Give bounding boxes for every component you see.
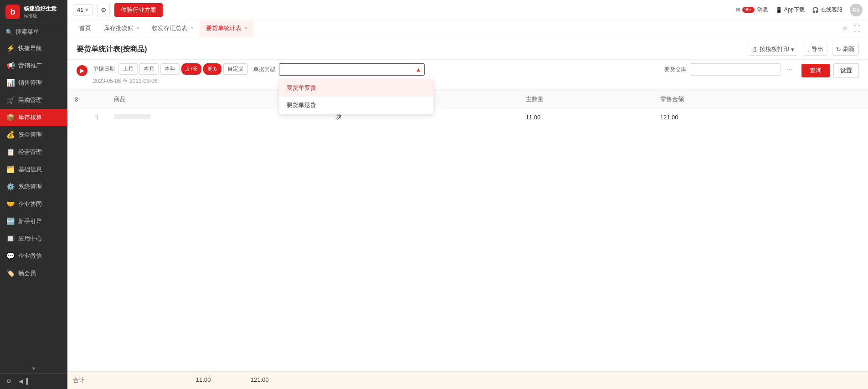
sidebar-item-label: 系统管理 xyxy=(18,183,42,191)
refresh-btn[interactable]: ↻ 刷新 xyxy=(832,43,859,56)
basic-icon: 🗂️ xyxy=(6,165,15,174)
search-label: 搜索菜单 xyxy=(15,28,39,36)
col-extra xyxy=(817,91,868,108)
sidebar-item-label: 快捷导航 xyxy=(18,44,42,52)
settings-bottom-btn[interactable]: ⚙ xyxy=(6,378,11,384)
sidebar-item-purchase[interactable]: 🛒 采购管理 xyxy=(0,92,67,109)
sidebar-item-marketing[interactable]: 📢 营销推广 xyxy=(0,57,67,74)
tab-summary-label: 收发存汇总表 xyxy=(152,24,187,32)
footer-amount: 121.00 xyxy=(251,376,296,384)
page-actions: 🖨 按模板打印 ▾ ↓ 导出 ↻ 刷新 xyxy=(748,43,859,56)
search-btn[interactable]: 查询 xyxy=(801,64,830,77)
chevron-down-icon: ▾ xyxy=(791,46,794,53)
type-select-container: ▲ 要货单要货 要货单退货 xyxy=(279,63,425,76)
tab-summary[interactable]: 收发存汇总表 × xyxy=(145,20,199,37)
print-icon: 🖨 xyxy=(752,46,758,53)
avatar-icon: Rit xyxy=(850,4,863,16)
online-service-action[interactable]: 🎧 在线客服 xyxy=(812,6,842,14)
shortcut-icon: ⚡ xyxy=(6,44,15,52)
message-icon: ✉ xyxy=(736,7,740,13)
dropdown-item-order[interactable]: 要货单要货 xyxy=(279,79,433,97)
tab-batch-label: 库存批次账 xyxy=(104,24,134,32)
operation-icon: 📋 xyxy=(6,148,15,156)
this-month-btn[interactable]: 本月 xyxy=(139,63,159,75)
tab-home[interactable]: 首页 xyxy=(73,20,98,37)
table-container: ⚙ 商品 主计量单位 主数量 零售金额 1 xyxy=(67,91,868,371)
sidebar-search[interactable]: 🔍 搜索菜单 xyxy=(0,24,67,40)
cell-idx: 1 xyxy=(86,108,108,126)
chevron-down-icon: ▾ xyxy=(85,6,88,13)
last-month-btn[interactable]: 上月 xyxy=(118,63,138,75)
tab-requisition[interactable]: 要货单统计表 × xyxy=(200,20,253,37)
table-row: 1 块 11.00 121.00 xyxy=(67,108,868,126)
sidebar-item-sales[interactable]: 📊 销售管理 xyxy=(0,74,67,92)
tab-expand-btn[interactable]: ⛶ xyxy=(852,24,863,34)
date-range-display: 2023-05-06 至 2023-06-06 xyxy=(93,77,248,85)
print-btn[interactable]: 🖨 按模板打印 ▾ xyxy=(748,43,798,56)
gear-button[interactable]: ⚙ xyxy=(97,4,110,16)
sidebar-item-shortcut[interactable]: ⚡ 快捷导航 xyxy=(0,40,67,57)
tab-batch-close[interactable]: × xyxy=(136,26,139,31)
phone-icon: 📱 xyxy=(776,7,782,13)
sidebar-item-label: 销售管理 xyxy=(18,79,42,87)
tab-batch[interactable]: 库存批次账 × xyxy=(98,20,145,37)
footer-spacer xyxy=(296,376,863,384)
collapse-sidebar-btn[interactable]: ◀ ▐ xyxy=(19,378,28,384)
sidebar-item-label: 资金管理 xyxy=(18,131,42,139)
warehouse-input[interactable] xyxy=(690,63,781,76)
type-filter-group: 单据类型 ▲ 要货单要货 要货单退货 xyxy=(253,63,652,76)
this-year-btn[interactable]: 本年 xyxy=(160,63,180,75)
sidebar-item-operation[interactable]: 📋 经营管理 xyxy=(0,143,67,161)
custom-date-btn[interactable]: 自定义 xyxy=(223,63,248,75)
settings-icon: ⚙ xyxy=(74,96,79,103)
print-label: 按模板打印 xyxy=(760,45,789,53)
user-avatar[interactable]: Rit xyxy=(850,4,863,16)
sidebar-item-wechat[interactable]: 💬 企业微信 xyxy=(0,247,67,265)
logo-text: 畅捷通好生意 标准版 xyxy=(24,5,56,19)
col-amount: 零售金额 xyxy=(655,91,817,108)
refresh-icon: ↻ xyxy=(836,46,841,53)
topbar-left: 41 ▾ ⚙ 体验行业方案 xyxy=(73,3,163,17)
sidebar-item-finance[interactable]: 💰 资金管理 xyxy=(0,126,67,143)
sidebar-item-guide[interactable]: 🆕 新手引导 xyxy=(0,213,67,230)
set-btn[interactable]: 设置 xyxy=(833,63,859,78)
sidebar-item-label: 畅会员 xyxy=(18,269,36,277)
last-7days-btn[interactable]: 近7天 xyxy=(181,63,201,75)
trial-btn[interactable]: 体验行业方案 xyxy=(114,3,163,17)
sidebar-item-label: 基础信息 xyxy=(18,165,42,174)
app-download-action[interactable]: 📱 App下载 xyxy=(776,6,805,14)
tab-close-all-btn[interactable]: × xyxy=(841,24,849,34)
page-header: 要货单统计表(按商品) 🖨 按模板打印 ▾ ↓ 导出 ↻ 刷新 xyxy=(67,37,868,59)
date-filter-group: 单据日期 上月 本月 本年 近7天 更多 自定义 2023-05-06 至 20… xyxy=(93,63,248,85)
message-action[interactable]: ✉ 99+ 消息 xyxy=(736,6,768,14)
store-selector[interactable]: 41 ▾ xyxy=(73,4,92,15)
export-btn[interactable]: ↓ 导出 xyxy=(803,43,828,56)
sales-icon: 📊 xyxy=(6,79,15,87)
page-content: 要货单统计表(按商品) 🖨 按模板打印 ▾ ↓ 导出 ↻ 刷新 ▶ xyxy=(67,37,868,389)
sidebar-item-basic[interactable]: 🗂️ 基础信息 xyxy=(0,161,67,178)
sidebar-item-label: 经营管理 xyxy=(18,148,42,156)
type-dropdown: 要货单要货 要货单退货 xyxy=(279,79,434,114)
finance-icon: 💰 xyxy=(6,131,15,139)
sidebar-item-label: 库存核算 xyxy=(18,113,42,122)
topbar-right: ✉ 99+ 消息 📱 App下载 🎧 在线客服 Rit xyxy=(736,4,863,16)
sidebar-item-apps[interactable]: 🔲 应用中心 xyxy=(0,230,67,247)
system-icon: ⚙️ xyxy=(6,183,15,191)
sidebar-item-system[interactable]: ⚙️ 系统管理 xyxy=(0,178,67,195)
brand-name: 畅捷通好生意 xyxy=(24,5,56,13)
filter-expand-btn[interactable]: ▶ xyxy=(77,65,87,76)
dropdown-item-return[interactable]: 要货单退货 xyxy=(279,97,433,114)
more-dates-btn[interactable]: 更多 xyxy=(203,63,221,75)
more-filters-icon[interactable]: ··· xyxy=(786,66,792,74)
tabbar-end: × ⛶ xyxy=(841,24,863,34)
sidebar-logo: b 畅捷通好生意 标准版 xyxy=(0,0,67,24)
sidebar-scroll-down[interactable]: ▼ xyxy=(0,364,67,373)
tab-summary-close[interactable]: × xyxy=(190,26,193,31)
sidebar-item-coop[interactable]: 🤝 企业协同 xyxy=(0,195,67,213)
sidebar-item-inventory[interactable]: 📦 库存核算 xyxy=(0,109,67,126)
sidebar-item-member[interactable]: 🏷️ 畅会员 xyxy=(0,265,67,282)
type-select-input[interactable] xyxy=(279,63,425,76)
col-settings[interactable]: ⚙ xyxy=(67,91,86,108)
data-table: ⚙ 商品 主计量单位 主数量 零售金额 1 xyxy=(67,91,868,126)
tab-requisition-close[interactable]: × xyxy=(244,26,247,31)
